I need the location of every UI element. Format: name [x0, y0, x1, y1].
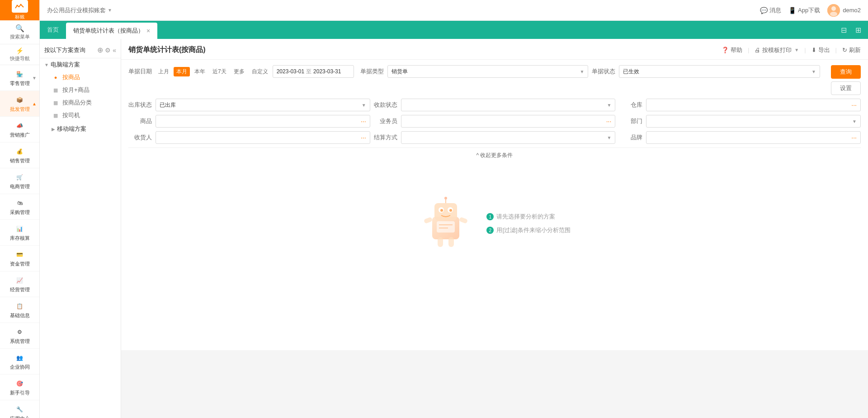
warehouse-suffix[interactable]: ··· — [851, 101, 857, 109]
date-btn-this-year[interactable]: 本年 — [192, 67, 208, 76]
message-icon: 💬 — [760, 7, 768, 14]
filter-date-cell: 单据日期 上月 本月 本年 近7天 更多 自定义 — [128, 65, 357, 78]
by-product-icon: ● — [52, 74, 60, 81]
sidebar-item-guide[interactable]: 🎯 新手引导 — [0, 375, 39, 400]
receipt-status-input[interactable]: ▼ — [401, 99, 616, 111]
brand-control: ··· — [646, 131, 861, 144]
sidebar-item-inventory[interactable]: 📊 库存核算 — [0, 220, 39, 246]
product-input[interactable]: ··· — [156, 115, 370, 128]
username: demo2 — [843, 7, 861, 14]
refresh-icon: ↻ — [842, 47, 847, 53]
sidebar-search[interactable]: 🔍 搜索菜单 — [0, 20, 39, 44]
sidebar-item-corp[interactable]: 👥 企业协同 — [0, 349, 39, 375]
out-status-input[interactable]: 已出库 ▼ — [156, 99, 370, 111]
export-action[interactable]: ⬇ 导出 — [811, 46, 830, 54]
tab-expand-btn[interactable]: ⊞ — [852, 24, 864, 36]
consignee-input[interactable]: ··· — [156, 131, 370, 144]
filter-row-1-grid: 单据日期 上月 本月 本年 近7天 更多 自定义 — [128, 65, 820, 78]
svg-point-4 — [831, 6, 836, 11]
nav-item-by-cashier[interactable]: ▦ 按司机 — [40, 109, 121, 122]
svg-rect-7 — [434, 203, 457, 220]
sidebar-apps-label: 应用中心 — [10, 415, 30, 418]
filter-row-1: 单据日期 上月 本月 本年 近7天 更多 自定义 — [128, 65, 861, 95]
product-suffix[interactable]: ··· — [361, 118, 366, 125]
sidebar-item-marketing[interactable]: 📣 营销推广 — [0, 117, 39, 142]
sidebar-item-ecom[interactable]: 🛒 电商管理 — [0, 168, 39, 194]
sidebar-guide-label: 新手引导 — [10, 390, 30, 396]
brand-input[interactable]: ··· — [646, 131, 861, 144]
sidebar-item-wholesale[interactable]: 📦 批发管理 ▲ — [0, 91, 39, 117]
filter-row-4: 收货人 ··· 结算方式 — [128, 131, 861, 144]
help-action[interactable]: ❓ 帮助 — [722, 46, 742, 54]
collapse-bar[interactable]: ^ 收起更多条件 — [128, 147, 861, 163]
salesperson-suffix[interactable]: ··· — [606, 118, 612, 125]
sidebar-item-operations[interactable]: 📈 经营管理 — [0, 271, 39, 297]
main-content-body: 1 请先选择要分析的方案 2 用[过滤]条件来缩小分析范围 — [121, 169, 868, 350]
nav-item-by-month-product[interactable]: ▦ 按月+商品 — [40, 84, 121, 96]
empty-hint-1: 1 请先选择要分析的方案 — [486, 213, 570, 221]
nav-group-mobile: ▶ 移动端方案 — [40, 123, 121, 135]
sidebar-item-system[interactable]: ⚙ 系统管理 — [0, 323, 39, 349]
sidebar-item-sales[interactable]: 💰 销售管理 — [0, 142, 39, 168]
nav-add-icon[interactable]: ⊕ — [97, 47, 103, 54]
logo-icon — [12, 0, 28, 13]
industry-label: 办公用品行业模拟账套 — [47, 6, 106, 14]
industry-selector[interactable]: 办公用品行业模拟账套 ▼ — [47, 6, 112, 14]
sidebar-system-label: 系统管理 — [10, 338, 30, 345]
sep1: | — [748, 47, 749, 53]
salesperson-input[interactable]: ··· — [401, 115, 616, 128]
user-menu[interactable]: demo2 — [827, 4, 861, 17]
date-btn-last-month[interactable]: 上月 — [156, 67, 172, 76]
sep3: | — [835, 47, 837, 53]
empty-state: 1 请先选择要分析的方案 2 用[过滤]条件来缩小分析范围 — [121, 169, 868, 278]
warehouse-input[interactable]: ··· — [646, 99, 861, 111]
help-label: 帮助 — [731, 46, 742, 54]
nav-group-pc-title[interactable]: ▼ 电脑端方案 — [40, 58, 121, 71]
operations-icon: 📈 — [15, 276, 24, 285]
date-btn-custom[interactable]: 自定义 — [249, 67, 271, 76]
warehouse-label: 仓库 — [619, 101, 642, 109]
sidebar-item-retail[interactable]: 🏪 零售管理 ▼ — [0, 65, 39, 91]
sidebar-item-basic[interactable]: 📋 基础信息 — [0, 297, 39, 323]
nav-panel: 按以下方案查询 ⊕ ⚙ « ▼ 电脑端方案 ● 按商品 — [40, 39, 121, 418]
settings-button[interactable]: 设置 — [831, 81, 861, 95]
refresh-action[interactable]: ↻ 刷新 — [842, 46, 861, 54]
by-cashier-label: 按司机 — [62, 111, 80, 119]
filter-brand-cell: 品牌 ··· — [619, 131, 861, 144]
print-action[interactable]: 🖨 按模板打印 ▼ — [755, 46, 799, 54]
nav-collapse-icon[interactable]: « — [113, 47, 116, 54]
date-btn-last7[interactable]: 近7天 — [210, 67, 229, 76]
nav-group-mobile-title[interactable]: ▶ 移动端方案 — [40, 123, 121, 135]
by-product-cat-label: 按商品分类 — [62, 99, 92, 107]
date-btn-this-month[interactable]: 本月 — [174, 67, 190, 76]
consignee-suffix[interactable]: ··· — [361, 134, 366, 141]
doc-type-input[interactable]: 销货单 ▼ — [387, 65, 589, 78]
dept-input[interactable]: ▼ — [646, 115, 861, 128]
tab-sales-stats[interactable]: 销货单统计计表（按商品） × — [66, 23, 157, 39]
tab-home[interactable]: 首页 — [40, 21, 66, 39]
brand-suffix[interactable]: ··· — [851, 134, 857, 141]
query-button[interactable]: 查询 — [831, 65, 861, 79]
nav-settings-icon[interactable]: ⚙ — [105, 47, 111, 54]
filter-doc-type-cell: 单据类型 销货单 ▼ — [360, 65, 589, 78]
nav-item-by-product[interactable]: ● 按商品 — [40, 71, 121, 84]
app-download-action[interactable]: 📱 App下载 — [788, 6, 820, 14]
date-btn-more[interactable]: 更多 — [231, 67, 247, 76]
sidebar-item-finance[interactable]: 💳 资金管理 — [0, 246, 39, 271]
doc-status-input[interactable]: 已生效 ▼ — [619, 65, 820, 78]
tab-minimize-btn[interactable]: ⊟ — [837, 24, 850, 36]
date-range-input[interactable]: 2023-03-01 至 2023-03-31 — [273, 65, 354, 78]
sidebar-item-apps[interactable]: 🔧 应用中心 — [0, 400, 39, 418]
nav-item-by-product-cat[interactable]: ▦ 按商品分类 — [40, 96, 121, 109]
sidebar-quick-nav[interactable]: ⚡ 快捷导航 — [0, 44, 39, 65]
sidebar-operations-label: 经营管理 — [10, 286, 30, 293]
sidebar-item-purchase[interactable]: 🛍 采购管理 — [0, 194, 39, 220]
tab-close-icon[interactable]: × — [146, 28, 150, 34]
tab-bar-controls: ⊟ ⊞ — [837, 21, 868, 39]
date-range-end: 2023-03-31 — [313, 68, 341, 75]
messages-action[interactable]: 💬 消息 — [760, 6, 781, 14]
by-cashier-icon: ▦ — [52, 112, 60, 119]
settlement-input[interactable]: ▼ — [401, 131, 616, 144]
sidebar-finance-label: 资金管理 — [10, 261, 30, 267]
hint1-badge: 1 — [486, 213, 494, 220]
